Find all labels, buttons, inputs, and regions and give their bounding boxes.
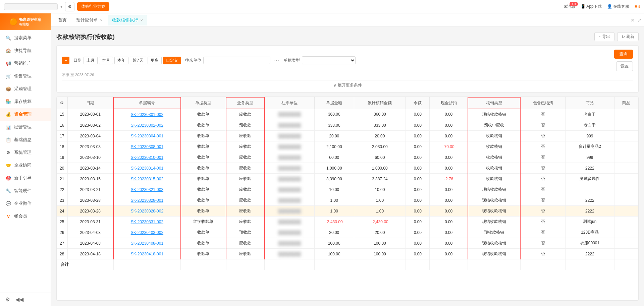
footer-order-no [113, 259, 181, 270]
cell-order-no[interactable]: SK-20230408-001 [113, 238, 181, 249]
app-download-link[interactable]: 📱 App下载 [581, 4, 602, 9]
cell-order-no[interactable]: SK-20230310-001 [113, 152, 181, 163]
cell-order-no[interactable]: SK-20230304-001 [113, 131, 181, 141]
tab-receipt-verify[interactable]: 收款核销执行 ✕ [108, 15, 147, 25]
th-setting[interactable]: ⚙ [57, 97, 67, 109]
cell-order-no[interactable]: SK-20230314-001 [113, 163, 181, 174]
sidebar-item-smart-hw[interactable]: 🔧 智能硬件 [0, 184, 51, 197]
cell-order-no[interactable]: SK-20230328-001 [113, 195, 181, 206]
this-year-btn[interactable]: 本年 [114, 57, 128, 64]
cell-order-no[interactable]: SK-20230308-001 [113, 141, 181, 152]
partner-input[interactable] [203, 57, 270, 64]
sidebar-item-capital[interactable]: 💰 资金管理 [0, 108, 51, 121]
expand-conditions-btn[interactable]: ∨ 展开更多条件 [62, 80, 633, 88]
settings-footer-icon[interactable]: ⚙ [5, 296, 10, 303]
gear-button[interactable]: ⚙ [65, 2, 74, 11]
industry-button[interactable]: 体验行业方案 [77, 2, 109, 11]
order-link[interactable]: SK-20230328-001 [131, 198, 163, 203]
tab-home[interactable]: 首页 [54, 15, 71, 25]
tab-close-all[interactable]: ✕ [631, 17, 635, 23]
order-link[interactable]: SK-20230328-002 [131, 209, 163, 213]
tab-maximize[interactable]: ⤢ [637, 17, 641, 23]
order-link[interactable]: SK-20230314-001 [131, 166, 163, 171]
export-button[interactable]: ↑ 导出 [594, 32, 614, 41]
cell-order-no[interactable]: SK-20230301-002 [113, 109, 181, 120]
order-type-select[interactable] [302, 56, 356, 64]
online-support-link[interactable]: 👤 在线客服 [607, 4, 629, 9]
order-link[interactable]: SK-20230301-002 [131, 112, 163, 117]
sidebar-item-system[interactable]: ⚙ 系统管理 [0, 146, 51, 159]
cell-biz-type: 应收款 [226, 174, 265, 184]
cell-order-no[interactable]: SK-20230302-002 [113, 120, 181, 131]
last-7-days-btn[interactable]: 近7天 [130, 57, 146, 64]
order-link[interactable]: SK-20230315-002 [131, 177, 163, 181]
sidebar-footer: ⚙ ◀◀ [0, 293, 51, 306]
tab-receipt-verify-close[interactable]: ✕ [140, 18, 143, 22]
order-link[interactable]: SK-20230302-002 [131, 123, 163, 128]
breadcrumb-input[interactable] [4, 3, 58, 10]
order-link[interactable]: SK-20230310-001 [131, 155, 163, 160]
tab-pre-receipt[interactable]: 预计应付单 ✕ [72, 15, 107, 25]
cell-balance: 0.00 [406, 141, 430, 152]
user-avatar[interactable]: Rit [635, 4, 640, 9]
order-link[interactable]: SK-20230331-002 [131, 220, 163, 224]
cell-accum-verify: 10.00 [354, 184, 406, 195]
cell-cash-discount: 0.00 [430, 249, 468, 259]
cell-cash-discount: 0.00 [430, 217, 468, 227]
th-biz-type: 业务类型 [226, 97, 265, 109]
cell-order-no[interactable]: SK-20230328-002 [113, 206, 181, 217]
cell-no: 15 [57, 109, 67, 120]
tab-pre-receipt-close[interactable]: ✕ [100, 18, 103, 22]
message-badge-container[interactable]: ✉ 消息 99+ [564, 4, 575, 9]
order-link[interactable]: SK-20230321-003 [131, 187, 163, 192]
table-scroll[interactable]: ⚙ 日期 单据编号 单据类型 业务类型 往来单位 单据金额 累计核销金额 余额 … [57, 97, 638, 300]
footer-partner [265, 259, 315, 270]
footer-discount [430, 259, 468, 270]
query-button[interactable]: 查询 [614, 50, 633, 59]
sidebar-item-quick-nav[interactable]: 🏠 快捷导航 [0, 44, 51, 57]
sidebar: 🟠 畅康道好生意 标推版 🔍 搜索菜单 🏠 快捷导航 📢 营销推广 🛒 销售管理 [0, 13, 51, 306]
sidebar-item-corp[interactable]: 🤝 企业协同 [0, 159, 51, 172]
cell-order-no[interactable]: SK-20230418-001 [113, 249, 181, 259]
last-month-btn[interactable]: 上月 [84, 57, 98, 64]
sidebar-item-marketing[interactable]: 📢 营销推广 [0, 57, 51, 70]
top-header-right: ✉ 消息 99+ 📱 App下载 👤 在线客服 Rit [564, 4, 640, 9]
sidebar-item-vip[interactable]: V 畅会员 [0, 210, 51, 223]
sidebar-item-corp-wx[interactable]: 💬 企业微信 [0, 197, 51, 210]
sidebar-item-guide[interactable]: 🎯 新手引导 [0, 172, 51, 184]
order-link[interactable]: SK-20230403-002 [131, 230, 163, 235]
order-link[interactable]: SK-20230304-001 [131, 134, 163, 138]
sidebar-item-search-menu[interactable]: 🔍 搜索菜单 [0, 32, 51, 44]
sidebar-item-basic-info[interactable]: 📋 基础信息 [0, 133, 51, 146]
this-month-btn[interactable]: 本月 [99, 57, 113, 64]
sidebar-item-operations[interactable]: 📊 经营管理 [0, 121, 51, 133]
sidebar-item-purchase[interactable]: 📦 采购管理 [0, 82, 51, 95]
order-link[interactable]: SK-20230308-001 [131, 144, 163, 149]
cell-balance: 0.00 [406, 174, 430, 184]
collapse-icon[interactable]: ◀◀ [15, 296, 23, 303]
more-btn[interactable]: 更多 [148, 57, 162, 64]
settings-button[interactable]: 设置 [616, 61, 633, 71]
table-row: 192023-03-10SK-20230310-001收款单应收款███████… [57, 152, 638, 163]
filter-toggle-btn[interactable]: » [62, 57, 69, 64]
order-link[interactable]: SK-20230418-001 [131, 252, 163, 256]
sidebar-item-inventory[interactable]: 🏪 库存核算 [0, 95, 51, 108]
top-header: ▾ ⚙ 体验行业方案 ✉ 消息 99+ 📱 App下载 👤 在线客服 Rit [0, 0, 644, 13]
custom-btn[interactable]: 自定义 [163, 57, 181, 64]
cell-partner: ████████ [265, 238, 315, 249]
cell-order-no[interactable]: SK-20230321-003 [113, 184, 181, 195]
cell-goods2 [614, 152, 638, 163]
cell-order-no[interactable]: SK-20230331-002 [113, 217, 181, 227]
refresh-icon: ↻ [622, 35, 625, 39]
cell-order-no[interactable]: SK-20230403-002 [113, 227, 181, 238]
cell-include-settled: 否 [520, 131, 566, 141]
order-link[interactable]: SK-20230408-001 [131, 241, 163, 246]
refresh-button[interactable]: ↻ 刷新 [617, 32, 639, 41]
cell-order-type: 收款单 [181, 120, 226, 131]
sidebar-label: 搜索菜单 [14, 35, 32, 41]
cell-order-no[interactable]: SK-20230315-002 [113, 174, 181, 184]
cell-goods1: 衣服00001 [566, 238, 614, 249]
sidebar-item-sales[interactable]: 🛒 销售管理 [0, 70, 51, 82]
cell-goods2 [614, 120, 638, 131]
sales-icon: 🛒 [5, 73, 11, 79]
